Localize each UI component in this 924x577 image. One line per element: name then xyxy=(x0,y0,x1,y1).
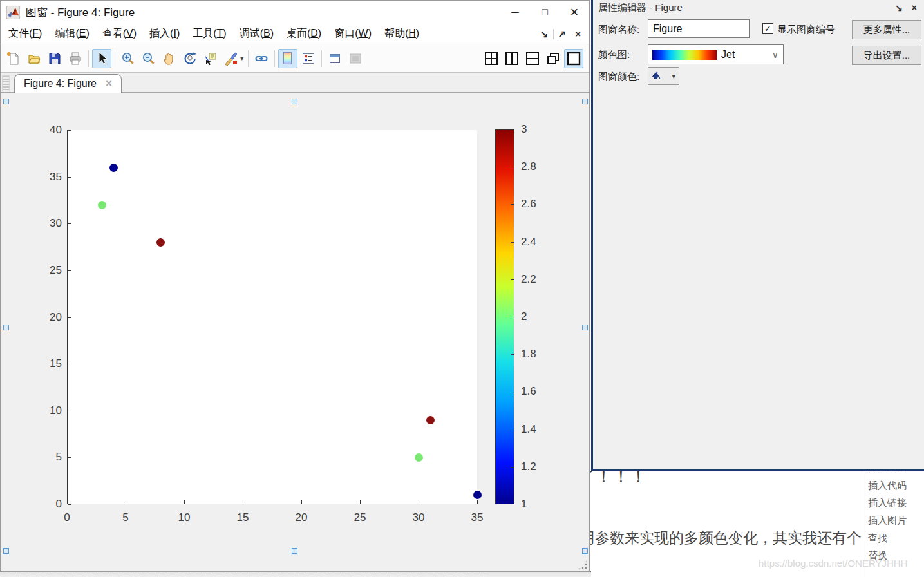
editor-link-5[interactable]: 查找 xyxy=(868,533,887,545)
hide-plot-tools-icon xyxy=(328,52,342,66)
brush-data-button[interactable] xyxy=(222,49,241,68)
y-tick-label: 25 xyxy=(28,264,62,277)
y-axis-tick xyxy=(68,317,71,318)
figure-name-input[interactable] xyxy=(648,19,750,38)
property-editor-header: 属性编辑器 - Figure ↘ × xyxy=(593,0,924,15)
minimize-button[interactable]: ─ xyxy=(500,2,530,23)
scatter-point[interactable] xyxy=(415,453,423,462)
pan-icon xyxy=(162,52,176,66)
open-file-button[interactable] xyxy=(24,49,44,68)
blog-paragraph-fragment: 用参数来实现的多颜色变化，其实我还有个 xyxy=(580,528,862,548)
y-axis-tick xyxy=(68,364,71,364)
window-controls: ─ □ × xyxy=(500,2,589,23)
tile-windows-button[interactable] xyxy=(482,49,501,68)
figure-name-label: 图窗名称: xyxy=(598,24,639,36)
colorbar-tick-label: 1.6 xyxy=(521,385,536,398)
menu-t[interactable]: 工具(T) xyxy=(187,25,231,43)
scatter-point[interactable] xyxy=(98,201,106,209)
data-cursor-button[interactable] xyxy=(201,49,220,68)
colorbar-tick-label: 1.4 xyxy=(521,423,536,436)
pan-button[interactable] xyxy=(160,49,179,68)
hide-plot-tools-button[interactable] xyxy=(325,49,344,68)
selection-handle xyxy=(292,548,297,554)
menu-f[interactable]: 文件(F) xyxy=(3,25,47,43)
scatter-point[interactable] xyxy=(156,238,165,247)
menu-d[interactable]: 桌面(D) xyxy=(281,25,326,43)
selection-handle xyxy=(3,99,9,104)
x-axis-tick xyxy=(419,500,419,504)
menu-v[interactable]: 查看(V) xyxy=(97,25,142,43)
window-resize-grip[interactable] xyxy=(578,560,587,569)
dock-figure-arrow-icon[interactable]: ↘ xyxy=(536,28,553,40)
figure-tab[interactable]: Figure 4: Figure × xyxy=(14,74,122,93)
zoom-in-button[interactable] xyxy=(118,49,138,68)
editor-link-3[interactable]: 插入链接 xyxy=(868,497,907,509)
undock-arrow-icon[interactable]: ↗ xyxy=(554,28,571,40)
y-tick-label: 30 xyxy=(28,217,62,230)
scatter-point[interactable] xyxy=(109,164,118,172)
new-figure-button[interactable] xyxy=(4,49,23,68)
close-figure-icon[interactable]: × xyxy=(570,28,585,39)
close-window-button[interactable]: × xyxy=(560,2,589,23)
tabbar: Figure 4: Figure × xyxy=(1,73,589,93)
colorbar-tick-label: 2 xyxy=(521,310,527,323)
colorbar-tick-label: 2.2 xyxy=(521,273,536,286)
colorbar-tick xyxy=(511,354,514,355)
matlab-logo-icon xyxy=(6,6,20,19)
more-properties-button[interactable]: 更多属性... xyxy=(852,20,921,39)
tab-close-icon[interactable]: × xyxy=(106,77,112,90)
maximize-window-button[interactable] xyxy=(564,49,583,68)
colormap-value: Jet xyxy=(721,49,735,61)
split-left-right-button[interactable] xyxy=(502,49,522,68)
selection-handle xyxy=(292,99,297,104)
save-figure-button[interactable] xyxy=(45,49,64,68)
editor-link-4[interactable]: 插入图片 xyxy=(868,515,907,527)
menu-b[interactable]: 调试(B) xyxy=(234,25,279,43)
panel-dock-arrow-icon[interactable]: ↘ xyxy=(891,3,907,13)
property-editor-panel: 属性编辑器 - Figure ↘ × 图窗名称: ✓ 显示图窗编号 更多属性..… xyxy=(591,0,924,471)
save-figure-icon xyxy=(48,52,62,66)
menu-i[interactable]: 插入(I) xyxy=(144,25,185,43)
show-figure-number-label: 显示图窗编号 xyxy=(777,24,835,36)
edit-plot-pointer-button[interactable] xyxy=(92,49,111,68)
float-window-button[interactable] xyxy=(543,49,563,68)
show-figure-number-checkbox[interactable]: ✓ xyxy=(762,23,773,34)
split-top-bottom-button[interactable] xyxy=(523,49,542,68)
link-plots-button[interactable] xyxy=(252,49,271,68)
scatter-point[interactable] xyxy=(426,416,435,424)
y-tick-label: 0 xyxy=(28,498,62,511)
scatter-point[interactable] xyxy=(473,491,482,499)
colorbar-tick-label: 1.2 xyxy=(521,460,536,473)
panel-close-icon[interactable]: × xyxy=(907,3,921,13)
maximize-button[interactable]: □ xyxy=(530,2,560,23)
menu-h[interactable]: 帮助(H) xyxy=(379,25,424,43)
zoom-out-button[interactable] xyxy=(139,49,158,68)
print-figure-button[interactable] xyxy=(66,49,85,68)
colorbar-tick xyxy=(511,204,514,205)
colorbar-tick xyxy=(511,242,514,243)
menu-e[interactable]: 编辑(E) xyxy=(50,25,94,43)
x-tick-label: 0 xyxy=(64,511,70,524)
tile-windows-icon xyxy=(484,51,499,66)
export-settings-button[interactable]: 导出设置... xyxy=(852,46,921,65)
colorbar-tick-label: 1.8 xyxy=(521,348,536,361)
figure-color-dropdown[interactable]: ▾ xyxy=(648,67,679,85)
rotate-3d-button[interactable] xyxy=(180,49,200,68)
paint-bucket-icon xyxy=(651,71,661,81)
insert-colorbar-button[interactable] xyxy=(278,49,297,68)
link-plots-icon xyxy=(254,52,269,66)
open-file-icon xyxy=(27,52,41,66)
tab-drag-grip[interactable] xyxy=(2,75,10,91)
y-tick-label: 15 xyxy=(28,357,62,370)
editor-link-2[interactable]: 插入代码 xyxy=(868,480,907,492)
colormap-dropdown[interactable]: Jet ∨ xyxy=(648,44,784,64)
insert-legend-button[interactable] xyxy=(299,49,318,68)
y-tick-label: 10 xyxy=(28,404,62,417)
x-tick-label: 35 xyxy=(471,511,484,524)
brush-data-dropdown-caret[interactable]: ▾ xyxy=(240,54,244,62)
colorbar-tick-label: 3 xyxy=(521,123,527,136)
x-axis-tick xyxy=(301,500,302,504)
menu-w[interactable]: 窗口(W) xyxy=(329,25,377,43)
y-axis-tick xyxy=(68,223,71,224)
plot-area[interactable] xyxy=(67,130,477,504)
